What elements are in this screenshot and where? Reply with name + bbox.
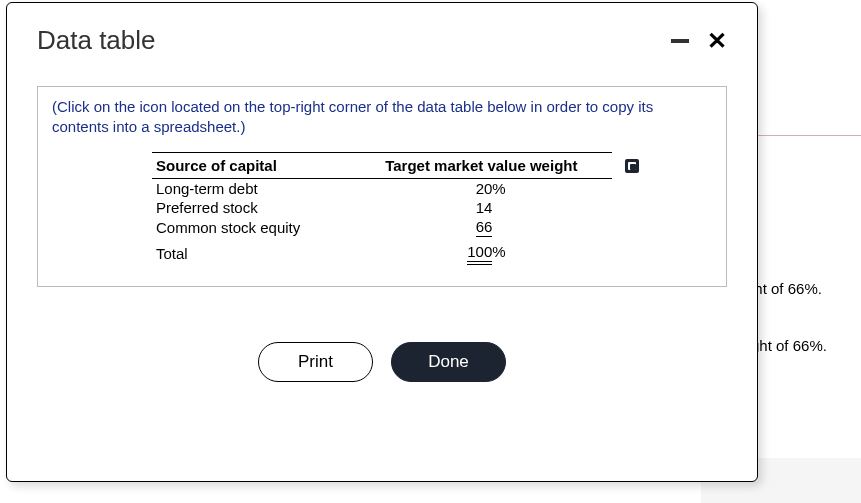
modal-header: Data table ✕ bbox=[7, 3, 757, 66]
col-header-weight: Target market value weight bbox=[351, 152, 612, 178]
table-header-row: Source of capital Target market value we… bbox=[152, 152, 612, 178]
capital-structure-table: Source of capital Target market value we… bbox=[152, 152, 612, 266]
cell-source: Long-term debt bbox=[152, 178, 351, 198]
table-total-row: Total 100% bbox=[152, 242, 612, 266]
content-box: (Click on the icon located on the top-ri… bbox=[37, 86, 727, 287]
page-background: ght of 66%. ght of 66%. bbox=[751, 0, 861, 503]
instruction-text: (Click on the icon located on the top-ri… bbox=[52, 97, 712, 138]
copy-table-icon[interactable] bbox=[624, 158, 640, 174]
svg-rect-2 bbox=[630, 164, 636, 170]
table-row: Preferred stock 14 bbox=[152, 198, 612, 217]
done-button[interactable]: Done bbox=[391, 342, 506, 382]
cell-total-label: Total bbox=[152, 242, 351, 266]
cell-source: Common stock equity bbox=[152, 217, 351, 238]
cell-value: 20% bbox=[351, 178, 612, 198]
cell-source: Preferred stock bbox=[152, 198, 351, 217]
col-header-source: Source of capital bbox=[152, 152, 351, 178]
cell-total-value: 100% bbox=[351, 242, 612, 266]
modal-title: Data table bbox=[37, 25, 156, 56]
table-wrap: Source of capital Target market value we… bbox=[152, 152, 612, 266]
cell-value: 14 bbox=[351, 198, 612, 217]
close-icon[interactable]: ✕ bbox=[707, 29, 727, 53]
minimize-icon[interactable] bbox=[671, 39, 689, 43]
data-table-modal: Data table ✕ (Click on the icon located … bbox=[6, 2, 758, 482]
print-button[interactable]: Print bbox=[258, 342, 373, 382]
table-row: Common stock equity 66 bbox=[152, 217, 612, 238]
background-text-2: ght of 66%. bbox=[751, 337, 861, 354]
cell-value: 66 bbox=[351, 217, 612, 238]
window-controls: ✕ bbox=[671, 29, 727, 53]
table-row: Long-term debt 20% bbox=[152, 178, 612, 198]
background-text-1: ght of 66%. bbox=[746, 280, 856, 297]
button-row: Print Done bbox=[7, 342, 757, 382]
